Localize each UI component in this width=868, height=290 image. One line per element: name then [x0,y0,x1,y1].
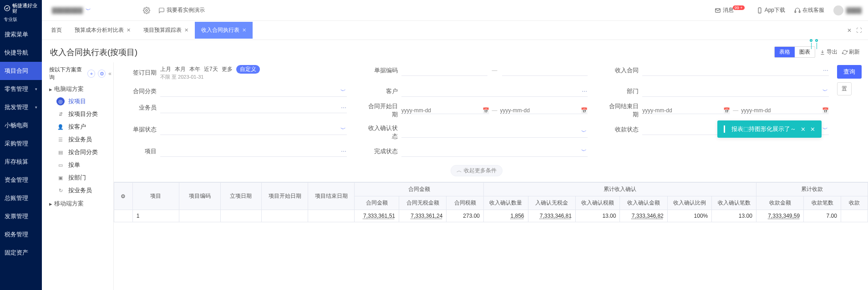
end-date-to[interactable]: 📅 [741,107,829,114]
bill-code-to[interactable] [502,65,588,76]
service-link[interactable]: 在线客服 [794,6,824,14]
col-c-ratio[interactable]: 收入确认比例 [667,196,712,210]
staff-select[interactable]: ⋯ [160,102,347,113]
more-icon[interactable]: ⋯ [582,88,588,95]
scheme-item[interactable]: ↻按业务员 [55,184,112,197]
start-date-to[interactable]: 📅 [500,107,588,114]
dq-this-year[interactable]: 本年 [189,65,200,73]
cell-amt-notax[interactable]: 7,333,361,24 [411,213,442,219]
demo-link[interactable]: 我要看实例演示 [158,6,205,14]
toast-close-icon[interactable]: ✕ [801,126,806,133]
col-start[interactable]: 项目开始日期 [262,183,308,210]
chevron-down-icon[interactable]: ﹀ [340,87,347,95]
chevron-down-icon[interactable]: ﹀ [580,147,588,155]
collapse-button[interactable]: ︿ 收起更多条件 [451,165,503,176]
more-icon[interactable]: ⋯ [823,67,829,74]
nav-item[interactable]: 固定资产 [0,244,42,262]
tab[interactable]: 首页 [45,22,68,39]
calendar-icon[interactable]: 📅 [482,107,489,114]
scheme-setting-button[interactable]: ⚙ [98,70,106,78]
tab[interactable]: 项目预算跟踪表✕ [137,22,195,39]
nav-item[interactable]: 小畅电商 [0,116,42,135]
query-button[interactable]: 查询 [837,65,862,79]
col-amt-notax[interactable]: 合同无税金额 [399,196,446,210]
nav-item[interactable]: 快捷导航 [0,44,42,62]
contract-select[interactable]: ⋯ [642,65,829,76]
reset-button[interactable]: 置 [837,82,852,95]
col-amt[interactable]: 合同金额 [355,196,399,210]
dq-custom[interactable]: 自定义 [236,65,260,74]
fullscreen-icon[interactable]: ⛶ [856,27,862,34]
nav-item[interactable]: 项目合同 [0,62,42,80]
end-date-from[interactable]: 📅 [642,107,730,114]
seg-table[interactable]: 表格 [775,47,795,57]
nav-item[interactable]: 采购管理 [0,135,42,153]
dq-this-month[interactable]: 本月 [175,65,186,73]
start-date-from[interactable]: 📅 [401,107,489,114]
scheme-item[interactable]: 👤按客户 [55,120,112,133]
nav-item[interactable]: 发票管理 [0,207,42,225]
chevron-down-icon[interactable]: ﹀ [340,125,347,133]
scheme-item[interactable]: ◎按项目 [55,95,112,108]
tab-close-icon[interactable]: ✕ [127,27,131,33]
col-r-more[interactable]: 收款 [841,196,868,210]
col-project[interactable]: 项目 [132,183,179,210]
nav-item[interactable]: 批发管理▾ [0,98,42,116]
confirm-status-select[interactable]: ﹀ [401,127,588,138]
col-end[interactable]: 项目结束日期 [308,183,355,210]
refresh-button[interactable]: 刷新 [842,48,860,56]
chevron-down-icon[interactable]: ﹀ [580,128,588,136]
tab[interactable]: 预算成本分析对比表✕ [68,22,137,39]
nav-item[interactable]: 总账管理 [0,189,42,207]
scheme-item[interactable]: ▤按合同分类 [55,146,112,159]
cell-cnt[interactable]: 1,856 [511,213,524,219]
dept-select[interactable]: ﹀ [642,86,829,97]
scheme-item[interactable]: ☰按业务员 [55,133,112,146]
dq-last-month[interactable]: 上月 [160,65,171,73]
close-all-icon[interactable]: ✕ [847,27,852,34]
bill-code-from[interactable] [401,65,487,76]
scheme-collapse-icon[interactable]: « [108,70,112,77]
cell-amt[interactable]: 7,333,361,51 [363,213,395,219]
scheme-item[interactable]: ▣按部门 [55,171,112,184]
customer-select[interactable]: ⋯ [401,86,588,97]
scheme-item[interactable]: ⇵按项目分类 [55,108,112,120]
user-box[interactable]: ████ [833,5,862,15]
nav-item[interactable]: 零售管理▾ [0,80,42,98]
msg-link[interactable]: 消息 99 + [715,6,747,14]
nav-item[interactable]: 库存核算 [0,153,42,171]
col-code[interactable]: 项目编码 [179,183,220,210]
tab-close-icon[interactable]: ✕ [242,27,246,33]
dq-last7[interactable]: 近7天 [204,65,218,73]
nav-item[interactable]: 税务管理 [0,225,42,244]
calendar-icon[interactable]: 📅 [723,107,730,114]
col-c-tax[interactable]: 收入确认税额 [575,196,620,210]
chevron-down-icon[interactable]: ﹀ [822,125,829,133]
more-icon[interactable]: ⋯ [341,105,347,111]
col-r-times[interactable]: 收款笔数 [804,196,841,210]
project-select[interactable]: ⋯ [160,146,347,157]
col-cnt[interactable]: 收入确认数量 [484,196,528,210]
dq-more[interactable]: 更多 [222,65,233,73]
gear-icon[interactable] [143,7,150,14]
scheme-add-button[interactable]: + [87,70,95,78]
cell-c-notax[interactable]: 7,333,346,81 [540,213,572,219]
nav-item[interactable]: 资金管理 [0,171,42,189]
col-tax[interactable]: 合同税额 [447,196,484,210]
calendar-icon[interactable]: 📅 [822,107,829,114]
bill-status-select[interactable]: ﹀ [160,124,347,135]
account-switcher[interactable]: ████████ ﹀ [48,5,135,16]
cell-r-amt[interactable]: 7,333,349,59 [768,213,800,219]
col-c-amt[interactable]: 收入确认金额 [620,196,667,210]
col-create[interactable]: 立项日期 [220,183,262,210]
scheme-group-mobile[interactable]: ▸ 移动端方案 [46,200,112,208]
nav-item[interactable]: 搜索菜单 [0,25,42,44]
tab-close-icon[interactable]: ✕ [184,27,188,33]
col-c-times[interactable]: 收入确认笔数 [712,196,756,210]
scheme-group-pc[interactable]: ▸ 电脑端方案 [46,85,112,93]
export-button[interactable]: 导出 [820,48,838,56]
class-select[interactable]: ﹀ [160,86,347,97]
table-gear[interactable]: ⚙ [114,183,133,210]
col-r-amt[interactable]: 收款金额 [756,196,803,210]
table-row[interactable]: 1 7,333,361,51 7,333,361,24 273.00 1,856… [114,210,868,222]
